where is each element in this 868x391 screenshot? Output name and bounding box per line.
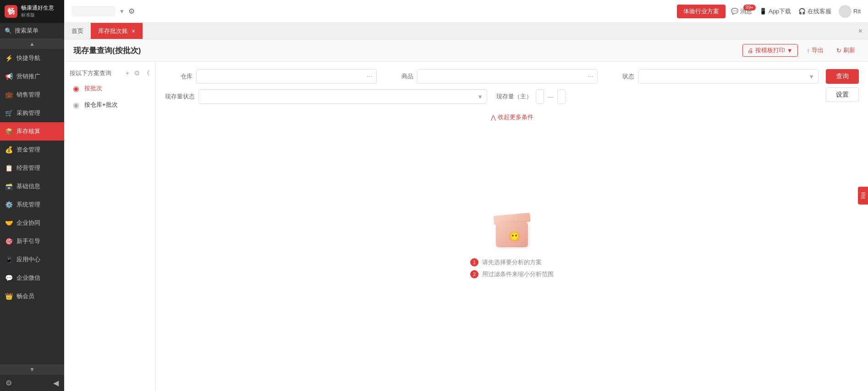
experience-btn[interactable]: 体验行业方案 (677, 5, 725, 18)
query-btn[interactable]: 查询 (826, 69, 859, 84)
filter-qty-group: 现存量（主） — (496, 89, 819, 104)
status-filter-label: 状态 (607, 72, 634, 81)
refresh-btn[interactable]: ↻ 刷新 (833, 44, 859, 56)
sidebar-item-label: 经营管理 (16, 164, 40, 172)
export-btn[interactable]: ↑ 导出 (803, 44, 828, 56)
settings-footer-icon[interactable]: ⚙ (5, 379, 12, 387)
inventory-status-label: 现存量状态 (165, 92, 195, 101)
status-filter-select[interactable]: ▼ (638, 69, 819, 84)
sidebar-item-system[interactable]: ⚙️ 系统管理 (0, 196, 64, 214)
print-label: 按模板打印 (755, 46, 785, 54)
sidebar-item-marketing[interactable]: 📢 营销推广 (0, 67, 64, 86)
collapse-more-btn[interactable]: ⋀ 收起更多条件 (156, 109, 868, 125)
step-2-text: 用过滤条件来缩小分析范围 (482, 270, 554, 278)
header-gear-icon[interactable]: ⚙ (128, 7, 135, 16)
page-header-actions: 🖨 按模板打印 ▼ ↑ 导出 ↻ 刷新 (742, 44, 859, 57)
sidebar-search-label: 搜索菜单 (15, 27, 38, 35)
sidebar-item-inventory[interactable]: 📦 库存核算 (0, 122, 64, 141)
business-icon: 📋 (5, 164, 13, 172)
product-filter-input[interactable]: ··· (417, 69, 598, 84)
settings-scheme-icon[interactable]: ⊙ (134, 69, 140, 77)
filter-status-group: 状态 ▼ (607, 69, 819, 84)
scheme-item-by-warehouse-batch[interactable]: ◉ 按仓库+批次 (64, 97, 155, 113)
print-icon: 🖨 (747, 47, 753, 54)
sidebar-item-label: 企业协同 (16, 219, 40, 227)
filter-warehouse-group: 仓库 ··· (165, 69, 377, 84)
right-edge-btn[interactable]: Rit (858, 187, 868, 205)
empty-state-visual: 😶 (491, 211, 533, 247)
tab-close-all[interactable]: × (853, 27, 868, 35)
app-center-icon: 📱 (5, 255, 13, 264)
sidebar-item-purchase[interactable]: 🛒 采购管理 (0, 104, 64, 122)
tab-close-icon[interactable]: × (132, 27, 135, 35)
filter-product-group: 商品 ··· (386, 69, 598, 84)
sidebar-item-finance[interactable]: 💰 资金管理 (0, 141, 64, 159)
filter-row-2: 现存量状态 ▼ 现存量（主） — (165, 89, 819, 104)
sidebar-item-label: 快捷导航 (16, 54, 40, 62)
sidebar: 畅 畅康通好生意 标准版 🔍 搜索菜单 ▲ ⚡ 快捷导航 📢 营销推广 💼 销售… (0, 0, 64, 391)
sidebar-item-business[interactable]: 📋 经营管理 (0, 159, 64, 177)
scheme-item-by-batch[interactable]: ◉ 按批次 (64, 80, 155, 97)
newbie-icon: 🎯 (5, 237, 13, 245)
status-chevron-icon: ▼ (808, 73, 814, 80)
sidebar-item-label: 资金管理 (16, 146, 40, 154)
sidebar-item-app-center[interactable]: 📱 应用中心 (0, 250, 64, 269)
sidebar-logo: 畅 (5, 5, 17, 18)
sidebar-item-wechat[interactable]: 💬 企业微信 (0, 269, 64, 287)
qty-from-input[interactable] (536, 89, 544, 104)
messages-btn[interactable]: 💬 消息 99+ (731, 7, 752, 16)
user-profile-btn[interactable]: Rit (839, 5, 861, 18)
warehouse-dots-icon[interactable]: ··· (367, 72, 373, 81)
page-header: 现存量查询(按批次) 🖨 按模板打印 ▼ ↑ 导出 ↻ 刷新 (64, 39, 868, 62)
collapse-sidebar-icon[interactable]: ◀ (53, 379, 59, 387)
collapse-panel-icon[interactable]: 《 (143, 69, 150, 77)
left-panel-title: 按以下方案查询 (70, 69, 111, 77)
sidebar-scroll-up[interactable]: ▲ (0, 39, 64, 49)
step-1-num: 1 (470, 258, 478, 266)
product-dots-icon[interactable]: ··· (588, 72, 593, 81)
empty-box-face: 😶 (509, 231, 520, 242)
header-search-input[interactable] (75, 8, 112, 15)
online-service-label: 在线客服 (808, 7, 831, 16)
tab-bar: 首页 库存批次账 × × (64, 23, 868, 39)
warehouse-filter-input[interactable]: ··· (196, 69, 377, 84)
sidebar-item-basic[interactable]: 🗃️ 基础信息 (0, 177, 64, 196)
header-search-wrap[interactable] (71, 6, 115, 16)
inventory-status-select[interactable]: ▼ (198, 89, 487, 104)
sidebar-item-label: 企业微信 (16, 274, 40, 282)
messages-badge: 99+ (743, 5, 756, 11)
user-name: Rit (853, 8, 861, 15)
sidebar-item-collab[interactable]: 🤝 企业协同 (0, 214, 64, 232)
sidebar-item-quick-nav[interactable]: ⚡ 快捷导航 (0, 49, 64, 67)
sidebar-item-newbie[interactable]: 🎯 新手引导 (0, 232, 64, 250)
system-icon: ⚙️ (5, 201, 13, 209)
sidebar-item-label: 畅会员 (16, 292, 34, 300)
online-service-btn[interactable]: 🎧 在线客服 (798, 7, 831, 16)
app-download-label: App下载 (769, 7, 791, 16)
settings-btn[interactable]: 设置 (826, 87, 859, 102)
app-download-btn[interactable]: 📱 App下载 (759, 7, 791, 16)
header-chevron-icon: ▼ (119, 8, 125, 15)
sidebar-item-member[interactable]: 👑 畅会员 (0, 287, 64, 305)
inventory-icon: 📦 (5, 127, 13, 136)
sidebar-company-name: 畅康通好生意 (21, 5, 54, 12)
sidebar-search[interactable]: 🔍 搜索菜单 (0, 23, 64, 39)
left-panel-header-icons: ＋ ⊙ 《 (124, 69, 150, 77)
qty-to-input[interactable] (557, 89, 566, 104)
finance-icon: 💰 (5, 146, 13, 154)
collab-icon: 🤝 (5, 219, 13, 227)
sidebar-scroll-down[interactable]: ▼ (0, 364, 64, 375)
by-warehouse-batch-icon: ◉ (71, 100, 81, 109)
empty-box-body: 😶 (496, 222, 528, 247)
print-btn[interactable]: 🖨 按模板打印 ▼ (742, 44, 798, 57)
sidebar-item-label: 新手引导 (16, 237, 40, 245)
add-scheme-icon[interactable]: ＋ (124, 69, 131, 77)
tab-inventory-batch[interactable]: 库存批次账 × (91, 23, 143, 39)
sidebar-header: 畅 畅康通好生意 标准版 (0, 0, 64, 23)
page-title: 现存量查询(按批次) (73, 45, 141, 56)
tab-home[interactable]: 首页 (64, 23, 91, 39)
sidebar-item-sales[interactable]: 💼 销售管理 (0, 86, 64, 104)
qty-dash: — (548, 93, 554, 100)
sidebar-item-label: 采购管理 (16, 109, 40, 117)
filter-inventory-status-group: 现存量状态 ▼ (165, 89, 487, 104)
